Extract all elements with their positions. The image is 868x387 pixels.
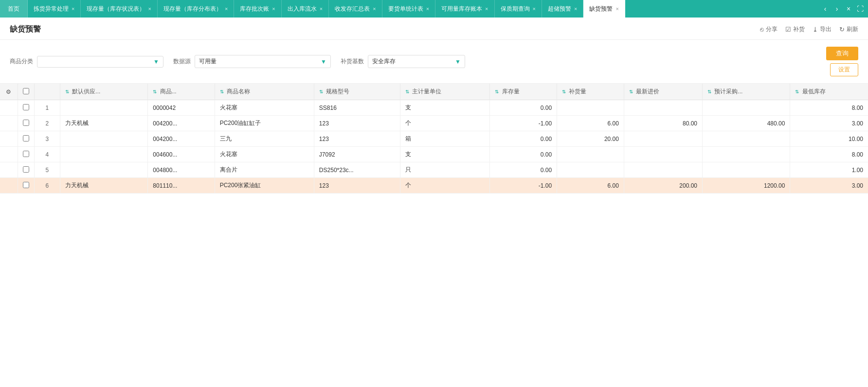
datasource-filter-group: 数据源 可用量 ▼ <box>173 55 331 68</box>
sort-icon-replenish: ⇅ <box>562 89 566 94</box>
tab-available-ledger[interactable]: 可用量库存账本 × <box>435 0 494 18</box>
th-default-supplier[interactable]: ⇅ 默认供应... <box>60 84 147 100</box>
tab-overstock-close[interactable]: × <box>574 6 577 12</box>
th-spec[interactable]: ⇅ 规格型号 <box>314 84 400 100</box>
th-product-name[interactable]: ⇅ 商品名称 <box>215 84 314 100</box>
table-row: 6 力天机械 801110... PC200张紧油缸 123 个 -1.00 6… <box>0 178 868 194</box>
select-all-checkbox[interactable] <box>23 88 29 94</box>
tab-overstock[interactable]: 超储预警 × <box>542 0 583 18</box>
refresh-label: 刷新 <box>847 25 858 34</box>
row-checkbox-0[interactable] <box>23 104 29 110</box>
tab-expiry-query[interactable]: 保质期查询 × <box>495 0 542 18</box>
export-button[interactable]: ⤓ 导出 <box>813 25 832 34</box>
tab-home[interactable]: 首页 <box>0 0 28 18</box>
tab-inventory-status-close[interactable]: × <box>148 6 151 12</box>
refresh-icon: ↻ <box>839 26 845 33</box>
th-latest-price-label: 最新进价 <box>636 88 659 95</box>
tab-close-btn[interactable]: × <box>843 3 854 15</box>
td-est-4 <box>702 162 790 178</box>
td-code-3: 004600... <box>148 147 215 162</box>
replenish-base-select[interactable]: 安全库存 ▼ <box>368 55 465 68</box>
tab-home-label: 首页 <box>8 5 19 13</box>
datasource-select[interactable]: 可用量 ▼ <box>195 55 331 68</box>
tab-receive-summary-close[interactable]: × <box>373 6 376 12</box>
tab-prev-btn[interactable]: ‹ <box>819 3 831 15</box>
tab-next-btn[interactable]: › <box>831 3 843 15</box>
td-code-0: 0000042 <box>148 100 215 116</box>
td-checkbox-0[interactable] <box>18 100 34 116</box>
td-code-1: 004200... <box>148 116 215 131</box>
replenish-button[interactable]: ☑ 补货 <box>785 25 805 34</box>
td-replenish-2: 20.00 <box>557 131 624 147</box>
tab-receive-summary[interactable]: 收发存汇总表 × <box>329 0 382 18</box>
th-replenish-qty[interactable]: ⇅ 补货量 <box>557 84 624 100</box>
category-select-arrow-icon: ▼ <box>153 58 159 65</box>
main-content: 缺货预警 ⎋ 分享 ☑ 补货 ⤓ 导出 ↻ 刷新 商品分类 <box>0 18 868 387</box>
tab-abnormal-close[interactable]: × <box>72 6 74 12</box>
tab-inventory-status[interactable]: 现存量（库存状况表） × <box>81 0 157 18</box>
th-unit[interactable]: ⇅ 主计量单位 <box>400 84 490 100</box>
tab-order-stats-label: 要货单统计表 <box>388 5 423 13</box>
td-unit-2: 箱 <box>400 131 490 147</box>
th-default-supplier-label: 默认供应... <box>72 88 100 95</box>
tab-shortage-close[interactable]: × <box>615 6 618 12</box>
tab-receive-summary-label: 收发存汇总表 <box>335 5 370 13</box>
td-checkbox-2[interactable] <box>18 131 34 147</box>
tab-abnormal[interactable]: 拣货异常处理 × <box>28 0 81 18</box>
th-gear[interactable]: ⚙ <box>0 84 18 100</box>
th-product-code[interactable]: ⇅ 商品... <box>148 84 215 100</box>
td-price-1: 80.00 <box>624 116 702 131</box>
shortage-table: ⚙ ⇅ 默认供应... ⇅ 商品... ⇅ <box>0 84 868 194</box>
row-checkbox-3[interactable] <box>23 151 29 157</box>
tab-batch-account[interactable]: 库存批次账 × <box>234 0 281 18</box>
tab-expiry-query-label: 保质期查询 <box>501 5 530 13</box>
td-spec-3: J7092 <box>314 147 400 162</box>
td-replenish-4 <box>557 162 624 178</box>
th-latest-price[interactable]: ⇅ 最新进价 <box>624 84 702 100</box>
row-checkbox-1[interactable] <box>23 120 29 126</box>
filter-area: 商品分类 ▼ 数据源 可用量 ▼ 补货基数 安全库存 ▼ 查询 设置 <box>0 40 868 84</box>
row-checkbox-5[interactable] <box>23 182 29 188</box>
refresh-button[interactable]: ↻ 刷新 <box>839 25 858 34</box>
tab-order-stats[interactable]: 要货单统计表 × <box>382 0 435 18</box>
th-est-purchase[interactable]: ⇅ 预计采购... <box>702 84 790 100</box>
td-checkbox-1[interactable] <box>18 116 34 131</box>
settings-button[interactable]: 设置 <box>830 63 858 76</box>
tab-inout-flow-close[interactable]: × <box>320 6 323 12</box>
tab-available-ledger-close[interactable]: × <box>485 6 488 12</box>
td-replenish-0 <box>557 100 624 116</box>
share-button[interactable]: ⎋ 分享 <box>760 25 778 34</box>
td-unit-0: 支 <box>400 100 490 116</box>
th-min-stock[interactable]: ⇅ 最低库存 <box>790 84 868 100</box>
tab-order-stats-close[interactable]: × <box>426 6 429 12</box>
th-replenish-qty-label: 补货量 <box>569 88 586 95</box>
td-minstock-5: 3.00 <box>790 178 868 194</box>
tab-fullscreen-btn[interactable]: ⛶ <box>854 3 866 15</box>
tab-expiry-query-close[interactable]: × <box>533 6 536 12</box>
filter-actions: 查询 设置 <box>826 47 858 76</box>
td-spec-2: 123 <box>314 131 400 147</box>
table-row: 2 力天机械 004200... PC200油缸缸子 123 个 -1.00 6… <box>0 116 868 131</box>
td-checkbox-4[interactable] <box>18 162 34 178</box>
tab-inventory-dist-close[interactable]: × <box>225 6 228 12</box>
category-select[interactable]: ▼ <box>37 56 163 68</box>
query-button[interactable]: 查询 <box>826 47 858 60</box>
sort-icon-price: ⇅ <box>629 89 633 94</box>
td-minstock-2: 10.00 <box>790 131 868 147</box>
td-supplier-4 <box>60 162 147 178</box>
tab-batch-account-close[interactable]: × <box>272 6 275 12</box>
replenish-icon: ☑ <box>785 26 791 33</box>
th-stock[interactable]: ⇅ 库存量 <box>490 84 557 100</box>
td-name-5: PC200张紧油缸 <box>215 178 314 194</box>
tab-shortage[interactable]: 缺货预警 × <box>583 0 625 18</box>
tab-inventory-dist[interactable]: 现存量（库存分布表） × <box>158 0 234 18</box>
datasource-select-arrow-icon: ▼ <box>321 58 326 65</box>
row-checkbox-4[interactable] <box>23 166 29 173</box>
td-checkbox-3[interactable] <box>18 147 34 162</box>
tab-inout-flow[interactable]: 出入库流水 × <box>282 0 329 18</box>
td-checkbox-5[interactable] <box>18 178 34 194</box>
row-checkbox-2[interactable] <box>23 135 29 141</box>
td-minstock-0: 8.00 <box>790 100 868 116</box>
td-name-0: 火花塞 <box>215 100 314 116</box>
share-icon: ⎋ <box>760 26 764 33</box>
